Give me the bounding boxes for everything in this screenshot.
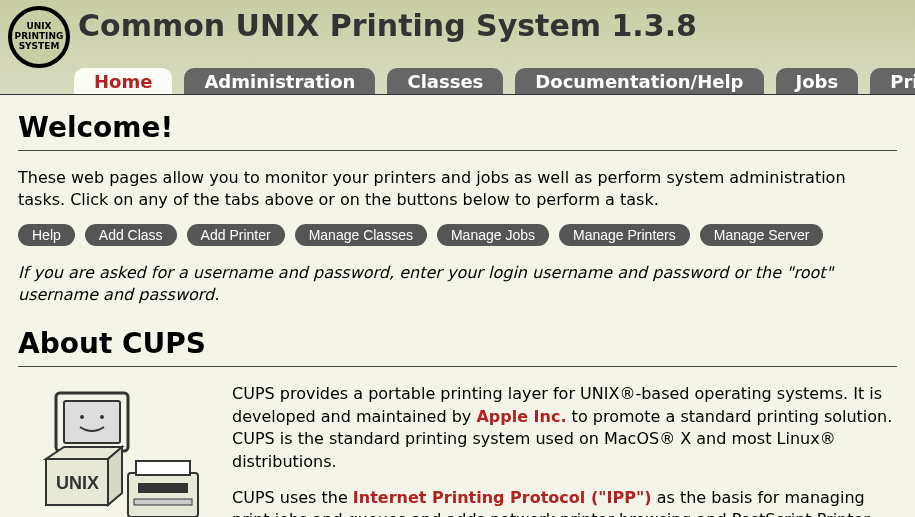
welcome-heading: Welcome! (18, 111, 897, 144)
add-printer-button[interactable]: Add Printer (187, 224, 285, 246)
svg-rect-7 (136, 461, 190, 475)
ipp-link[interactable]: Internet Printing Protocol ("IPP") (353, 488, 652, 507)
action-buttons: Help Add Class Add Printer Manage Classe… (18, 224, 897, 246)
manage-jobs-button[interactable]: Manage Jobs (437, 224, 549, 246)
svg-point-2 (80, 415, 84, 419)
svg-rect-8 (138, 483, 188, 493)
about-section: UNIX CUPS provides a portable printing l… (18, 383, 897, 517)
main-content: Welcome! These web pages allow you to mo… (0, 95, 915, 517)
header-top: UNIX PRINTING SYSTEM Common UNIX Printin… (0, 4, 915, 70)
svg-point-3 (100, 415, 104, 419)
intro-text: These web pages allow you to monitor you… (18, 167, 897, 210)
help-button[interactable]: Help (18, 224, 75, 246)
tab-administration[interactable]: Administration (184, 68, 375, 94)
tab-jobs[interactable]: Jobs (776, 68, 859, 94)
nav-tabs: Home Administration Classes Documentatio… (0, 68, 915, 94)
page-title: Common UNIX Printing System 1.3.8 (78, 4, 697, 43)
cups-illustration-icon: UNIX (18, 383, 208, 517)
cups-logo: UNIX PRINTING SYSTEM (8, 6, 70, 68)
logo-line: SYSTEM (19, 42, 60, 52)
auth-note: If you are asked for a username and pass… (18, 262, 897, 305)
header: UNIX PRINTING SYSTEM Common UNIX Printin… (0, 0, 915, 95)
manage-classes-button[interactable]: Manage Classes (295, 224, 427, 246)
svg-rect-6 (128, 473, 198, 517)
svg-text:UNIX: UNIX (56, 473, 99, 493)
tab-documentation[interactable]: Documentation/Help (515, 68, 763, 94)
divider (18, 366, 897, 367)
tab-home[interactable]: Home (74, 68, 172, 94)
about-heading: About CUPS (18, 327, 897, 360)
apple-link[interactable]: Apple Inc. (476, 407, 566, 426)
manage-server-button[interactable]: Manage Server (700, 224, 824, 246)
manage-printers-button[interactable]: Manage Printers (559, 224, 690, 246)
svg-rect-1 (64, 401, 120, 443)
about-text: CUPS provides a portable printing layer … (232, 383, 897, 517)
svg-rect-9 (134, 499, 192, 505)
add-class-button[interactable]: Add Class (85, 224, 177, 246)
about-paragraph-2: CUPS uses the Internet Printing Protocol… (232, 487, 897, 517)
tab-classes[interactable]: Classes (387, 68, 503, 94)
auth-note-root: root (794, 263, 826, 282)
tab-printers[interactable]: Printers (870, 68, 915, 94)
about-paragraph-1: CUPS provides a portable printing layer … (232, 383, 897, 473)
auth-note-prefix: If you are asked for a username and pass… (18, 263, 794, 282)
divider (18, 150, 897, 151)
